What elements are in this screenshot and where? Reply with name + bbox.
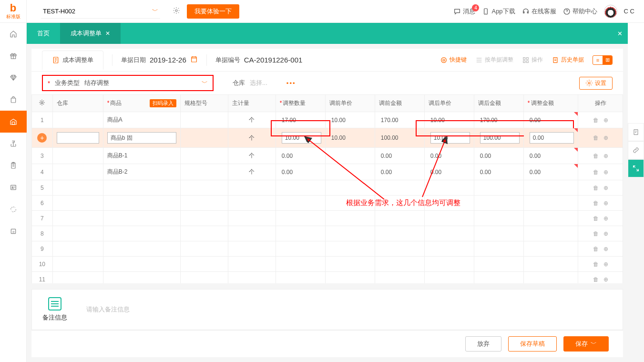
col-adj-amt[interactable]: 调整金额 [523, 95, 578, 112]
svg-rect-19 [523, 61, 525, 62]
table-row[interactable]: 1商品A个17.0010.00170.0010.00170.000.00🗑⊕ [32, 112, 623, 128]
list-icon [475, 56, 483, 64]
date-field: 单据日期 2019-12-26 [121, 55, 198, 64]
table-row[interactable]: 11🗑⊕ [32, 272, 623, 284]
svg-point-7 [12, 186, 13, 188]
download-link[interactable]: App下载 [482, 7, 515, 16]
rail-refresh-icon[interactable] [0, 198, 27, 220]
config-button[interactable]: 设置 [579, 77, 613, 90]
tabs-close-all[interactable]: ✕ [612, 23, 628, 44]
trash-icon[interactable]: 🗑 [593, 185, 599, 191]
more-icon[interactable]: ••• [286, 80, 296, 87]
rail-clipboard-icon[interactable] [0, 155, 27, 176]
rail-home-icon[interactable] [0, 23, 27, 45]
table-row[interactable]: 4商品B-2个0.000.000.000.000.00🗑⊕ [32, 164, 623, 180]
copy-icon[interactable]: ⊕ [603, 200, 608, 207]
copy-icon[interactable]: ⊕ [603, 134, 608, 141]
table-row[interactable]: 9🗑⊕ [32, 241, 623, 257]
service-link[interactable]: 在线客服 [522, 7, 556, 16]
calendar-icon[interactable] [190, 55, 198, 64]
grid: 结存调整 根据业务需求，这几个信息均可调整 [31, 94, 623, 283]
try-button[interactable]: 我要体验一下 [187, 4, 239, 19]
col-before-amt[interactable]: 调前金额 [375, 95, 424, 112]
view-toggle[interactable]: ≡⊞ [593, 55, 613, 65]
org-select[interactable]: ﹀ [41, 4, 160, 19]
chevron-down-icon: ﹀ [152, 7, 158, 15]
discard-button[interactable]: 放弃 [465, 336, 501, 352]
rail-gift-icon[interactable] [0, 45, 27, 67]
col-product[interactable]: 商品扫码录入 [103, 95, 180, 112]
col-warehouse[interactable]: 仓库 [52, 95, 103, 112]
doc-tab[interactable]: 成本调整单 [42, 51, 103, 70]
scan-button[interactable]: 扫码录入 [150, 99, 176, 107]
trash-icon[interactable]: 🗑 [593, 169, 599, 176]
tab-home[interactable]: 首页 [27, 23, 60, 44]
trash-icon[interactable]: 🗑 [593, 200, 599, 207]
col-gear[interactable] [32, 95, 53, 112]
copy-icon[interactable]: ⊕ [603, 117, 608, 124]
svg-rect-2 [11, 98, 15, 103]
trash-icon[interactable]: 🗑 [593, 276, 599, 283]
svg-rect-20 [526, 61, 528, 62]
date-value[interactable]: 2019-12-26 [150, 56, 186, 64]
shortcut-link[interactable]: 快捷键 [440, 56, 467, 64]
doc-small-icon [552, 56, 559, 64]
rail-money-icon[interactable] [0, 133, 27, 155]
operate-link[interactable]: 操作 [522, 56, 543, 64]
rail-new-icon[interactable]: 新 [0, 220, 27, 242]
col-after-amt[interactable]: 调后金额 [474, 95, 523, 112]
message-link[interactable]: 消息 4 [453, 7, 475, 16]
table-row[interactable]: 3商品B-1个0.000.000.000.000.00🗑⊕ [32, 148, 623, 164]
copy-icon[interactable]: ⊕ [603, 215, 608, 222]
add-row-icon[interactable]: + [37, 133, 47, 143]
rail-user-card-icon[interactable] [0, 176, 27, 198]
trash-icon[interactable]: 🗑 [593, 230, 599, 237]
copy-icon[interactable]: ⊕ [603, 261, 608, 268]
col-spec[interactable]: 规格型号 [181, 95, 228, 112]
copy-icon[interactable]: ⊕ [603, 153, 608, 159]
copy-icon[interactable]: ⊕ [603, 246, 608, 252]
by-doc-link[interactable]: 按单据调整 [475, 56, 513, 64]
copy-icon[interactable]: ⊕ [603, 169, 608, 176]
copy-icon[interactable]: ⊕ [603, 230, 608, 237]
col-adj-qty[interactable]: 调整数量 [276, 95, 325, 112]
svg-point-10 [175, 10, 177, 11]
warehouse-select[interactable]: 仓库 选择... [233, 79, 267, 87]
table-row[interactable]: 6🗑⊕ [32, 196, 623, 211]
rail-warehouse-icon[interactable] [0, 111, 27, 133]
close-icon[interactable]: ✕ [105, 30, 110, 37]
rail-doc-icon[interactable] [628, 123, 644, 141]
topbar: ﹀ 我要体验一下 消息 4 App下载 在线客服 帮助中心 C C [27, 0, 644, 23]
avatar[interactable] [604, 5, 617, 18]
remark-panel: 备注信息 请输入备注信息 [31, 289, 623, 330]
help-link[interactable]: 帮助中心 [563, 7, 597, 16]
table-row[interactable]: 5🗑⊕ [32, 180, 623, 196]
trash-icon[interactable]: 🗑 [593, 153, 599, 159]
gear-icon[interactable] [173, 7, 180, 16]
rail-expand-icon[interactable] [628, 159, 644, 177]
copy-icon[interactable]: ⊕ [603, 276, 608, 283]
trash-icon[interactable]: 🗑 [593, 117, 599, 124]
rail-bag-icon[interactable] [0, 89, 27, 111]
save-button[interactable]: 保存﹀ [563, 336, 609, 352]
table-row[interactable]: 8🗑⊕ [32, 226, 623, 241]
col-before-price[interactable]: 调前单价 [325, 95, 375, 112]
col-after-price[interactable]: 调后单价 [424, 95, 474, 112]
org-input[interactable] [43, 8, 152, 15]
trash-icon[interactable]: 🗑 [593, 215, 599, 222]
remark-input[interactable]: 请输入备注信息 [86, 305, 612, 314]
col-unit[interactable]: 主计量 [228, 95, 276, 112]
rail-diamond-icon[interactable] [0, 67, 27, 89]
tab-cost-adjust[interactable]: 成本调整单✕ [60, 23, 121, 44]
table-row[interactable]: 7🗑⊕ [32, 211, 623, 226]
trash-icon[interactable]: 🗑 [593, 246, 599, 252]
biz-type-select[interactable]: * 业务类型 结存调整 ﹀ [42, 75, 214, 91]
trash-icon[interactable]: 🗑 [593, 134, 599, 141]
save-draft-button[interactable]: 保存草稿 [508, 336, 557, 352]
table-row[interactable]: +商品b 固个10.0010.00100.0010.00100.000.00🗑⊕ [32, 128, 623, 148]
table-row[interactable]: 10🗑⊕ [32, 257, 623, 272]
history-link[interactable]: 历史单据 [552, 56, 584, 64]
rail-link-icon[interactable] [628, 141, 644, 159]
trash-icon[interactable]: 🗑 [593, 261, 599, 268]
copy-icon[interactable]: ⊕ [603, 185, 608, 191]
